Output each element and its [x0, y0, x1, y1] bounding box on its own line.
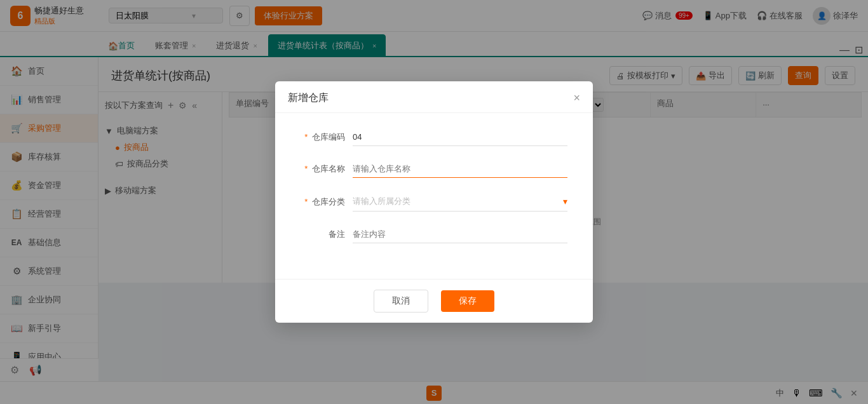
modal-overlay: 新增仓库 × 仓库编码 仓库名称 仓库分类 [0, 0, 868, 404]
warehouse-category-label: 仓库分类 [301, 196, 345, 208]
warehouse-category-select[interactable]: 请输入所属分类 ▾ [353, 192, 567, 212]
modal-body: 仓库编码 仓库名称 仓库分类 请输入所属分类 ▾ [275, 113, 593, 279]
warehouse-code-input[interactable] [353, 128, 567, 146]
warehouse-name-label: 仓库名称 [301, 163, 345, 175]
modal-footer: 取消 保存 [275, 279, 593, 323]
save-button[interactable]: 保存 [441, 290, 494, 312]
modal-close-button[interactable]: × [573, 91, 580, 105]
remark-label: 备注 [301, 229, 345, 240]
category-dropdown-arrow: ▾ [563, 196, 567, 206]
form-row-category: 仓库分类 请输入所属分类 ▾ [301, 192, 567, 212]
form-row-remark: 备注 [301, 226, 567, 243]
modal-title: 新增仓库 [288, 91, 329, 105]
remark-input[interactable] [353, 226, 567, 243]
form-row-code: 仓库编码 [301, 128, 567, 146]
add-warehouse-modal: 新增仓库 × 仓库编码 仓库名称 仓库分类 [275, 81, 593, 323]
warehouse-name-input[interactable] [353, 160, 567, 178]
warehouse-code-label: 仓库编码 [301, 131, 345, 143]
cancel-button[interactable]: 取消 [374, 290, 428, 313]
modal-header: 新增仓库 × [275, 81, 593, 113]
form-row-name: 仓库名称 [301, 160, 567, 178]
